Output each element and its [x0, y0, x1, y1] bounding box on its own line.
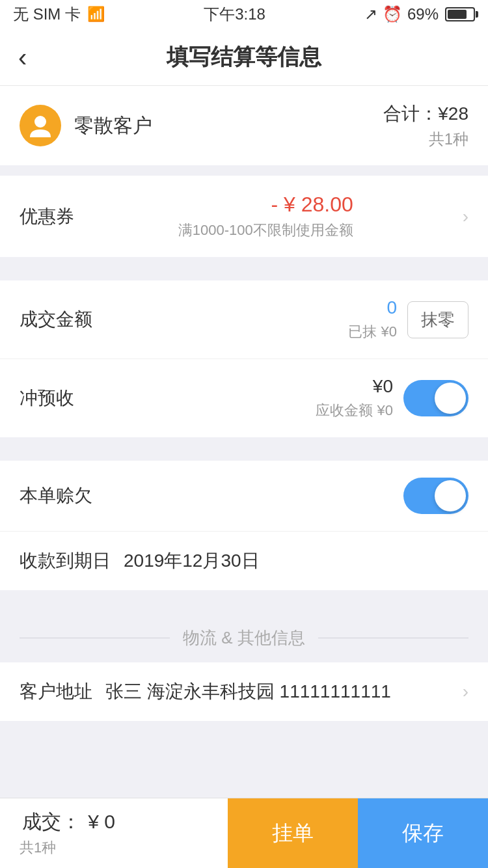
pre-collect-right: ¥0 应收金额 ¥0 [316, 376, 468, 420]
logistics-header: 物流 & 其他信息 [0, 614, 488, 662]
page-title: 填写结算等信息 [167, 42, 321, 72]
due-date-row: 收款到期日 2019年12月30日 [0, 532, 488, 590]
credit-toggle-knob [435, 480, 466, 511]
due-date-label: 收款到期日 [20, 549, 111, 573]
total-amount: 合计：¥28 [383, 102, 468, 126]
pre-collect-row: 冲预收 ¥0 应收金额 ¥0 [0, 359, 488, 437]
nav-bar: ‹ 填写结算等信息 [0, 29, 488, 86]
section-gap-3 [0, 601, 488, 614]
customer-name: 零散客户 [74, 113, 152, 139]
logistics-label: 物流 & 其他信息 [183, 627, 305, 649]
address-value: 张三 海淀永丰科技园 11111111111 [105, 679, 457, 704]
svg-point-0 [34, 116, 46, 128]
pre-collect-sub: 应收金额 ¥0 [316, 401, 393, 420]
hold-button[interactable]: 挂单 [228, 798, 358, 869]
pre-collect-label: 冲预收 [20, 386, 74, 411]
battery-icon [445, 7, 475, 21]
bottom-summary: 成交： ¥ 0 共1种 [0, 809, 228, 858]
status-right: ↗ ⏰ 69% [364, 5, 475, 23]
bottom-deal-value: ¥ 0 [88, 811, 115, 832]
bottom-bar: 成交： ¥ 0 共1种 挂单 保存 [0, 798, 488, 868]
coupon-desc: 满1000-100不限制使用金额 [178, 221, 353, 240]
save-button[interactable]: 保存 [358, 798, 488, 869]
coupon-label: 优惠券 [20, 204, 74, 229]
person-icon [27, 113, 53, 139]
pre-collect-toggle[interactable] [403, 380, 468, 416]
carrier-text: 无 SIM 卡 [13, 4, 81, 25]
status-left: 无 SIM 卡 📶 [13, 4, 105, 25]
customer-card: 零散客户 合计：¥28 共1种 [0, 86, 488, 165]
content-area: 零散客户 合计：¥28 共1种 优惠券 - ¥ 28.00 满1000-100不… [0, 86, 488, 809]
coupon-right: - ¥ 28.00 满1000-100不限制使用金额 [178, 193, 353, 240]
customer-left: 零散客户 [20, 105, 152, 146]
credit-toggle[interactable] [403, 478, 468, 514]
bottom-deal-label: 成交： [22, 811, 81, 832]
toggle-knob [435, 383, 466, 414]
wifi-icon: 📶 [87, 6, 105, 23]
status-bar: 无 SIM 卡 📶 下午3:18 ↗ ⏰ 69% [0, 0, 488, 29]
credit-row: 本单赊欠 [0, 461, 488, 532]
credit-card: 本单赊欠 收款到期日 2019年12月30日 [0, 461, 488, 590]
deal-card: 成交金额 0 已抹 ¥0 抹零 冲预收 ¥0 应收金额 ¥0 [0, 280, 488, 437]
address-row[interactable]: 客户地址 张三 海淀永丰科技园 11111111111 › [0, 662, 488, 721]
address-label: 客户地址 [20, 679, 92, 704]
customer-row: 零散客户 合计：¥28 共1种 [0, 86, 488, 165]
customer-right: 合计：¥28 共1种 [383, 102, 468, 150]
round-off-button[interactable]: 抹零 [407, 301, 468, 338]
bottom-count: 共1种 [20, 838, 208, 858]
deal-right: 0 已抹 ¥0 抹零 [348, 297, 468, 342]
coupon-card: 优惠券 - ¥ 28.00 满1000-100不限制使用金额 › [0, 176, 488, 257]
back-button[interactable]: ‹ [18, 44, 27, 70]
deal-row: 成交金额 0 已抹 ¥0 抹零 [0, 280, 488, 359]
coupon-discount: - ¥ 28.00 [178, 193, 353, 217]
address-card: 客户地址 张三 海淀永丰科技园 11111111111 › [0, 662, 488, 721]
bottom-deal-text: 成交： ¥ 0 [20, 809, 208, 835]
chevron-icon: › [463, 206, 468, 227]
total-count: 共1种 [383, 129, 468, 150]
credit-right [403, 478, 468, 514]
status-time: 下午3:18 [204, 4, 265, 25]
pre-collect-amount: ¥0 [316, 376, 393, 397]
deal-value-col: 0 已抹 ¥0 [348, 297, 397, 342]
section-gap-1 [0, 267, 488, 280]
deal-sub: 已抹 ¥0 [348, 322, 397, 342]
pre-collect-col: ¥0 应收金额 ¥0 [316, 376, 393, 420]
deal-value: 0 [348, 297, 397, 318]
location-icon: ↗ [364, 5, 377, 23]
coupon-row[interactable]: 优惠券 - ¥ 28.00 满1000-100不限制使用金额 › [0, 176, 488, 257]
credit-label: 本单赊欠 [20, 483, 92, 508]
due-date-value: 2019年12月30日 [124, 549, 260, 573]
section-gap-2 [0, 448, 488, 461]
right-divider [318, 638, 468, 638]
battery-percent: 69% [407, 5, 439, 23]
alarm-icon: ⏰ [383, 5, 402, 23]
left-divider [20, 638, 170, 638]
avatar [20, 105, 61, 146]
address-chevron-icon: › [463, 681, 468, 702]
deal-label: 成交金额 [20, 307, 92, 332]
